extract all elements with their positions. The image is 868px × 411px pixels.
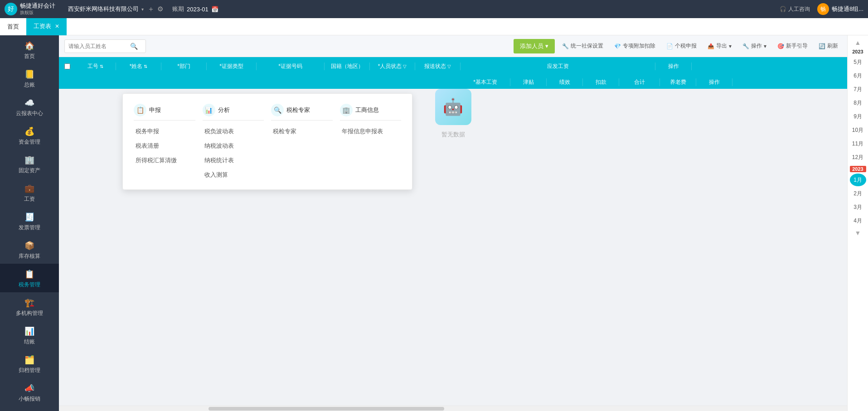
cal-month-6[interactable]: 6月 xyxy=(850,69,866,82)
sidebar-item-fixed-asset[interactable]: 🏢 固定资产 xyxy=(0,150,59,178)
personal-tax-action[interactable]: 📄 个税申报 xyxy=(663,40,700,52)
horizontal-scrollbar[interactable] xyxy=(59,406,847,411)
sidebar-item-cloud-report[interactable]: ☁️ 云报表中心 xyxy=(0,92,59,121)
menu-section-analysis: 📊 分析 税负波动表 纳税波动表 纳税统计表 收入测算 xyxy=(199,101,268,182)
menu-item-annual-report[interactable]: 年报信息申报表 xyxy=(340,124,402,139)
multi-org-icon: 🏗️ xyxy=(24,298,34,308)
menu-item-tax-fluctuation[interactable]: 纳税波动表 xyxy=(203,139,264,153)
menu-section-analysis-header: 📊 分析 xyxy=(203,101,264,121)
th-emp-id: 工号 ⇅ xyxy=(75,63,116,70)
tab-salary-table[interactable]: 工资表 ✕ xyxy=(26,18,67,35)
export-action[interactable]: 📤 导出 ▾ xyxy=(704,40,735,52)
menu-section-biz-info-header: 🏢 工商信息 xyxy=(340,101,402,121)
sidebar-item-promo[interactable]: 📣 小畅报销 xyxy=(0,378,59,406)
th-subsidy: 津贴 xyxy=(510,78,547,86)
tax-expert-section-label: 税检专家 xyxy=(286,106,310,114)
cal-month-4-current[interactable]: 4月 xyxy=(850,214,866,227)
refresh-action[interactable]: 🔄 刷新 xyxy=(815,40,842,52)
sidebar-item-basic-settings[interactable]: ⚙️ 基础设置 xyxy=(0,406,59,411)
sidebar-item-fund[interactable]: 💰 资金管理 xyxy=(0,121,59,150)
cal-month-9[interactable]: 9月 xyxy=(850,110,866,123)
menu-section-tax-expert: 🔍 税检专家 税检专家 xyxy=(267,101,336,182)
menu-item-income-calc[interactable]: 收入测算 xyxy=(203,168,264,182)
header-add-button[interactable]: ＋ xyxy=(147,5,155,14)
add-person-button[interactable]: 添加人员 ▾ xyxy=(514,39,555,53)
operation-action[interactable]: 🔧 操作 ▾ xyxy=(739,40,770,52)
sidebar-item-settle[interactable]: 📊 结账 xyxy=(0,321,59,349)
th-cert-no: *证据号码 xyxy=(257,63,325,70)
scrollbar-thumb[interactable] xyxy=(209,407,444,411)
tab-close-icon[interactable]: ✕ xyxy=(55,23,59,29)
refresh-icon: 🔄 xyxy=(819,43,825,49)
search-input-wrap[interactable]: 🔍 xyxy=(64,39,146,53)
sidebar-item-archive[interactable]: 🗂️ 归档管理 xyxy=(0,349,59,378)
home-icon: 🏠 xyxy=(24,41,34,51)
sidebar-item-multi-org[interactable]: 🏗️ 多机构管理 xyxy=(0,292,59,321)
sidebar-item-salary[interactable]: 💼 工资 xyxy=(0,178,59,207)
search-input[interactable] xyxy=(68,43,127,49)
header-settings-button[interactable]: ⚙ xyxy=(157,5,163,13)
cal-month-10[interactable]: 10月 xyxy=(850,124,866,136)
logo-icon: 好 xyxy=(5,3,17,15)
promo-icon: 📣 xyxy=(24,383,34,393)
sidebar-item-inventory[interactable]: 📦 库存核算 xyxy=(0,235,59,264)
guide-action[interactable]: 🎯 新手引导 xyxy=(774,40,811,52)
cal-month-5[interactable]: 5月 xyxy=(850,56,866,68)
menu-item-tax-burden[interactable]: 税负波动表 xyxy=(203,124,264,139)
cal-month-3-current[interactable]: 3月 xyxy=(850,201,866,213)
table-header-row2: *基本工资 津贴 绩效 扣款 合计 养老费 操作 xyxy=(59,75,847,89)
filter-icon-status[interactable]: ▽ xyxy=(403,64,407,69)
social-security-action[interactable]: 🔧 统一社保设置 xyxy=(558,40,607,52)
sidebar-item-tax[interactable]: 📋 税务管理 xyxy=(0,264,59,292)
special-deduction-icon: 💎 xyxy=(614,43,621,49)
group-salary-label: 应发工资 xyxy=(547,63,569,70)
calendar-up-nav[interactable]: ▲ xyxy=(853,37,863,48)
support-link[interactable]: 🎧 人工咨询 xyxy=(780,5,810,13)
tab-salary-label: 工资表 xyxy=(34,22,51,30)
sort-icon-name[interactable]: ⇅ xyxy=(144,64,147,69)
company-area[interactable]: 西安虾米网络科技有限公司 ▾ xyxy=(68,5,144,13)
menu-item-tax-form[interactable]: 税表清册 xyxy=(134,139,195,153)
special-deduction-action[interactable]: 💎 专项附加扣除 xyxy=(611,40,659,52)
guide-action-icon: 🎯 xyxy=(777,43,784,49)
company-dropdown-icon[interactable]: ▾ xyxy=(141,7,144,12)
cal-month-8[interactable]: 8月 xyxy=(850,97,866,109)
filter-icon-report[interactable]: ▽ xyxy=(447,64,451,69)
sort-icon-id[interactable]: ⇅ xyxy=(100,64,103,69)
sidebar-label-cloud: 云报表中心 xyxy=(16,110,43,117)
tax-icon: 📋 xyxy=(24,269,34,279)
menu-item-tax-stats[interactable]: 纳税统计表 xyxy=(203,153,264,168)
select-all-checkbox[interactable] xyxy=(64,63,70,69)
period-calendar-icon[interactable]: 📅 xyxy=(211,6,218,13)
logo-area: 好 畅捷通好会计 旗舰版 xyxy=(5,2,63,16)
social-security-label: 统一社保设置 xyxy=(571,42,603,50)
content-area: 🔍 添加人员 ▾ 🔧 统一社保设置 💎 专项附加扣除 📄 个税申报 📤 导出 xyxy=(59,35,847,411)
menu-item-tax-check[interactable]: 税检专家 xyxy=(271,124,333,139)
sidebar: 🏠 首页 📒 总账 ☁️ 云报表中心 💰 资金管理 🏢 固定资产 💼 工资 🧾 … xyxy=(0,35,59,411)
main-layout: 🏠 首页 📒 总账 ☁️ 云报表中心 💰 资金管理 🏢 固定资产 💼 工资 🧾 … xyxy=(0,35,868,411)
cal-month-7[interactable]: 7月 xyxy=(850,83,866,96)
sidebar-item-invoice[interactable]: 🧾 发票管理 xyxy=(0,207,59,235)
th-checkbox[interactable] xyxy=(59,63,75,69)
user-name: 畅捷通8组... xyxy=(832,5,863,13)
sidebar-label-fixed-asset: 固定资产 xyxy=(19,167,40,174)
guide-action-label: 新手引导 xyxy=(786,42,808,50)
cal-month-1-current[interactable]: 1月 xyxy=(850,174,866,186)
menu-item-income-tax[interactable]: 所得税汇算清缴 xyxy=(134,153,195,168)
tab-home[interactable]: 首页 xyxy=(0,18,26,35)
menu-item-tax-declare[interactable]: 税务申报 xyxy=(134,124,195,139)
sidebar-item-ledger[interactable]: 📒 总账 xyxy=(0,64,59,92)
calendar-down-nav[interactable]: ▼ xyxy=(853,227,863,238)
archive-icon: 🗂️ xyxy=(24,355,34,365)
sidebar-item-home[interactable]: 🏠 首页 xyxy=(0,35,59,64)
period-value: 2023-01 xyxy=(187,6,209,13)
user-area[interactable]: 畅 畅捷通8组... xyxy=(817,3,863,15)
cal-month-12[interactable]: 12月 xyxy=(850,151,866,164)
cal-month-11[interactable]: 11月 xyxy=(850,137,866,150)
period-area: 账期 2023-01 📅 xyxy=(172,5,218,13)
export-label: 导出 xyxy=(716,42,727,50)
cloud-icon: ☁️ xyxy=(24,98,34,108)
th-ops: 操作 xyxy=(655,63,692,70)
sidebar-label-tax: 税务管理 xyxy=(19,281,40,289)
cal-month-2-current[interactable]: 2月 xyxy=(850,187,866,200)
